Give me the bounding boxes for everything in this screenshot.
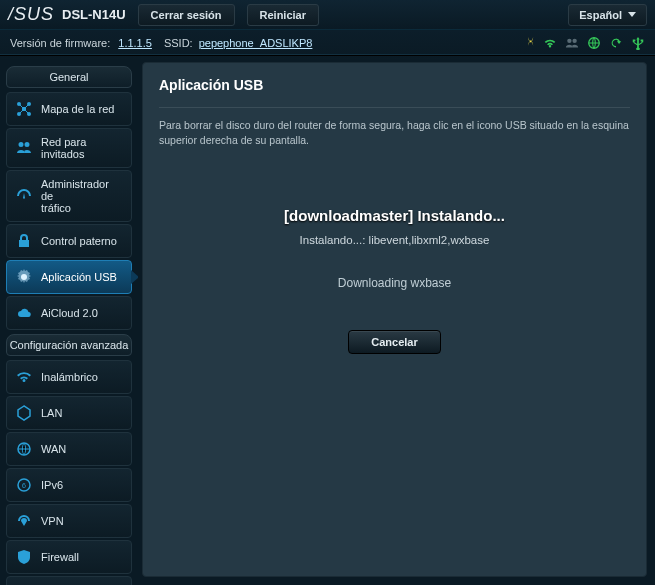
sidebar-item-lan[interactable]: LAN xyxy=(6,396,132,430)
sidebar-item-label: Administrador de tráfico xyxy=(41,178,123,214)
cloud-icon xyxy=(15,304,33,322)
wan-icon xyxy=(15,440,33,458)
sidebar-item-vpn[interactable]: VPN xyxy=(6,504,132,538)
sidebar-item-label: Aplicación USB xyxy=(41,271,117,283)
usb-icon[interactable] xyxy=(631,36,645,50)
ssid-value[interactable]: pepephone_ADSLIKP8 xyxy=(199,37,313,49)
globe-icon[interactable] xyxy=(587,36,601,50)
firewall-shield-icon xyxy=(15,548,33,566)
model-name: DSL-N14U xyxy=(62,7,126,22)
wireless-icon xyxy=(15,368,33,386)
sidebar-item-label: Mapa de la red xyxy=(41,103,114,115)
sidebar-item-label: Firewall xyxy=(41,551,79,563)
traffic-icon xyxy=(15,187,33,205)
gear-plus-icon xyxy=(15,268,33,286)
sidebar-item-label: IPv6 xyxy=(41,479,63,491)
sidebar-item-usb-application[interactable]: Aplicación USB xyxy=(6,260,132,294)
sidebar: General Mapa de la red Red para invitado… xyxy=(0,56,138,585)
sidebar-item-administration[interactable]: Administración xyxy=(6,576,132,585)
main-panel: Aplicación USB Para borrar el disco duro… xyxy=(142,62,647,577)
install-title: [downloadmaster] Instalando... xyxy=(159,207,630,224)
users-icon[interactable] xyxy=(565,36,579,50)
ipv6-icon: 6 xyxy=(15,476,33,494)
chevron-down-icon xyxy=(628,12,636,17)
status-light-icon[interactable] xyxy=(521,36,535,50)
sidebar-group-advanced: Configuración avanzada xyxy=(6,334,132,356)
language-label: Español xyxy=(579,9,622,21)
lock-icon xyxy=(15,232,33,250)
svg-text:6: 6 xyxy=(22,482,26,489)
sidebar-item-wireless[interactable]: Inalámbrico xyxy=(6,360,132,394)
info-strip: Versión de firmware: 1.1.1.5 SSID: pepep… xyxy=(0,30,655,56)
lan-icon xyxy=(15,404,33,422)
reboot-button[interactable]: Reiniciar xyxy=(247,4,319,26)
sidebar-group-general: General xyxy=(6,66,132,88)
sidebar-item-label: LAN xyxy=(41,407,62,419)
network-map-icon xyxy=(15,100,33,118)
top-bar: /SUS DSL-N14U Cerrar sesión Reiniciar Es… xyxy=(0,0,655,30)
sidebar-item-wan[interactable]: WAN xyxy=(6,432,132,466)
wifi-icon[interactable] xyxy=(543,36,557,50)
sidebar-item-aicloud[interactable]: AiCloud 2.0 xyxy=(6,296,132,330)
brand-logo: /SUS xyxy=(8,4,54,25)
firmware-link[interactable]: 1.1.1.5 xyxy=(118,37,152,49)
page-description: Para borrar el disco duro del router de … xyxy=(159,118,630,147)
sidebar-item-label: VPN xyxy=(41,515,64,527)
sidebar-item-label: AiCloud 2.0 xyxy=(41,307,98,319)
firmware-label: Versión de firmware: xyxy=(10,37,110,49)
sidebar-item-guest-network[interactable]: Red para invitados xyxy=(6,128,132,168)
cancel-button[interactable]: Cancelar xyxy=(348,330,440,354)
sidebar-item-network-map[interactable]: Mapa de la red xyxy=(6,92,132,126)
divider xyxy=(159,107,630,108)
refresh-icon[interactable] xyxy=(609,36,623,50)
sidebar-item-parental-control[interactable]: Control paterno xyxy=(6,224,132,258)
ssid-label: SSID: xyxy=(164,37,193,49)
sidebar-item-firewall[interactable]: Firewall xyxy=(6,540,132,574)
sidebar-item-ipv6[interactable]: 6 IPv6 xyxy=(6,468,132,502)
sidebar-item-label: Inalámbrico xyxy=(41,371,98,383)
vpn-icon xyxy=(15,512,33,530)
sidebar-item-traffic-manager[interactable]: Administrador de tráfico xyxy=(6,170,132,222)
sidebar-item-label: Red para invitados xyxy=(41,136,86,160)
page-title: Aplicación USB xyxy=(159,77,630,93)
sidebar-item-label: WAN xyxy=(41,443,66,455)
guest-network-icon xyxy=(15,139,33,157)
sidebar-item-label: Control paterno xyxy=(41,235,117,247)
install-packages: Instalando...: libevent,libxml2,wxbase xyxy=(159,234,630,246)
install-status: Downloading wxbase xyxy=(159,276,630,290)
logout-button[interactable]: Cerrar sesión xyxy=(138,4,235,26)
language-dropdown[interactable]: Español xyxy=(568,4,647,26)
install-progress: [downloadmaster] Instalando... Instaland… xyxy=(159,207,630,354)
